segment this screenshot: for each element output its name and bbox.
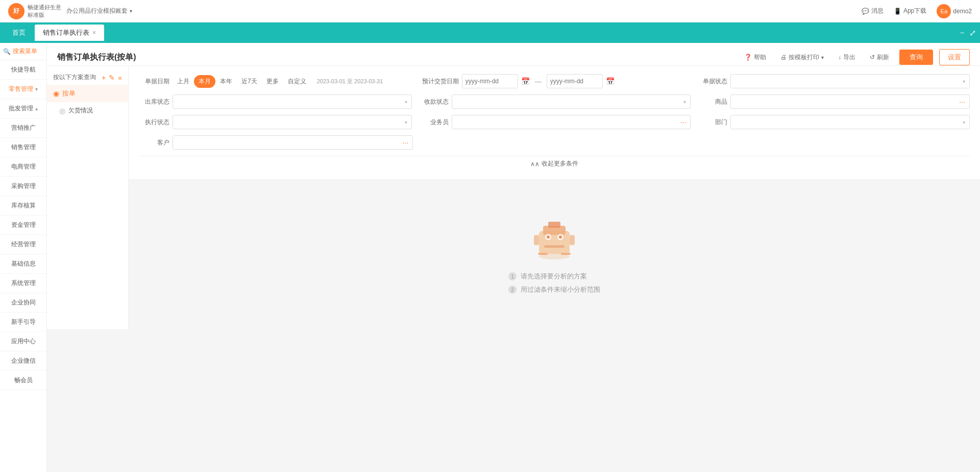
sidebar-item-purchase[interactable]: 采购管理 [0, 177, 46, 196]
collapse-button[interactable]: ∧∧ 收起更多条件 [139, 156, 970, 171]
date-tab-custom[interactable]: 自定义 [283, 75, 311, 88]
filter-row-3: 执行状态 ▾ 业务员 ··· [139, 115, 970, 129]
customer-select[interactable]: ··· [173, 135, 413, 150]
sidebar-search[interactable]: 🔍 搜索菜单 [0, 43, 46, 60]
refresh-icon: ↺ [870, 54, 875, 61]
forecast-date-end[interactable] [547, 74, 603, 88]
export-button[interactable]: ↓ 导出 [834, 51, 860, 64]
date-tab-more[interactable]: 更多 [262, 75, 283, 88]
exec-dropdown-icon: ▾ [405, 120, 407, 125]
dept-select[interactable]: ▾ [730, 115, 970, 129]
exec-status-label: 执行状态 [139, 118, 169, 127]
sidebar-item-marketing[interactable]: 营销推广 [0, 119, 46, 138]
filter-block-exec: 执行状态 ▾ [139, 115, 412, 129]
tab-minimize-icon[interactable]: － [958, 28, 966, 38]
dept-label: 部门 [697, 118, 727, 127]
single-date-label: 单据日期 [139, 77, 169, 86]
ship-status-select[interactable]: ▾ [173, 95, 412, 109]
sidebar-item-system[interactable]: 系统管理 [0, 274, 46, 293]
forecast-date-label: 预计交货日期 [418, 77, 459, 86]
sidebar-item-wechat[interactable]: 企业微信 [0, 351, 46, 371]
date-separator: — [533, 78, 544, 85]
chevron-down-icon: ▾ [35, 86, 38, 92]
customer-more-icon[interactable]: ··· [403, 138, 409, 147]
print-arrow-icon: ▾ [821, 55, 824, 60]
user-avatar-area[interactable]: Ea demo2 [937, 4, 972, 18]
calendar-end-icon: 📅 [606, 77, 615, 85]
sidebar-item-quick-nav[interactable]: 快捷导航 [0, 60, 46, 80]
tip-num-2: 2 [508, 286, 517, 294]
product-more-icon[interactable]: ··· [959, 98, 965, 106]
settings-button[interactable]: 设置 [939, 49, 970, 65]
dept-dropdown-icon: ▾ [963, 120, 965, 125]
date-tab-7days[interactable]: 近7天 [237, 75, 262, 88]
sidebar-item-app-center[interactable]: 应用中心 [0, 332, 46, 351]
product-select[interactable]: ··· [730, 95, 970, 109]
sidebar-item-guide[interactable]: 新手引导 [0, 313, 46, 332]
product-label: 商品 [697, 98, 727, 106]
tab-home[interactable]: 首页 [4, 25, 34, 40]
filter-row-1: 单据日期 上月 本月 本年 近7天 更多 自定义 2023-03-01 至 20… [139, 74, 970, 88]
payment-status-label: 收款状态 [418, 98, 449, 106]
empty-tip-2: 2 用过滤条件来缩小分析范围 [508, 285, 600, 294]
help-button[interactable]: ❓ 帮助 [740, 51, 770, 64]
filter-row-4: 客户 ··· [139, 135, 970, 150]
scheme-header-icons: + ✎ « [102, 74, 122, 82]
sidebar-item-enterprise[interactable]: 企业协同 [0, 293, 46, 313]
sidebar-item-wholesale[interactable]: 批发管理 ▴ [0, 99, 46, 119]
sidebar-item-sales[interactable]: 销售管理 [0, 138, 46, 157]
sidebar-item-operation[interactable]: 经营管理 [0, 235, 46, 254]
status-dropdown-icon: ▾ [963, 79, 965, 84]
single-status-select[interactable]: ▾ [730, 74, 970, 88]
payment-dropdown-icon: ▾ [683, 99, 686, 105]
tab-close-icon[interactable]: × [92, 29, 96, 36]
scheme-item-by-order[interactable]: ◉ 按单 [47, 85, 128, 102]
message-icon: 💬 [862, 8, 869, 15]
forecast-date-start[interactable] [462, 74, 518, 88]
filter-block-product: 商品 ··· [697, 95, 970, 109]
filter-block-customer: 客户 ··· [139, 135, 413, 150]
avatar: Ea [937, 4, 951, 18]
salesperson-select[interactable]: ··· [452, 115, 691, 129]
date-tab-this-month[interactable]: 本月 [194, 75, 215, 88]
scheme-add-icon[interactable]: + [102, 74, 106, 82]
header-left: 好 畅捷通好生意 标准版 办公用品行业模拟账套 ▾ [8, 3, 132, 19]
sidebar-item-retail[interactable]: 零售管理 ▾ [0, 80, 46, 99]
tab-maximize-icon[interactable]: ⤢ [969, 28, 976, 38]
filter-block-date: 单据日期 上月 本月 本年 近7天 更多 自定义 2023-03-01 至 20… [139, 75, 412, 88]
breadcrumb[interactable]: 办公用品行业模拟账套 ▾ [66, 7, 132, 15]
scheme-edit-icon[interactable]: ✎ [109, 74, 115, 82]
collapse-icon: ∧∧ [530, 160, 540, 168]
payment-status-select[interactable]: ▾ [452, 95, 691, 109]
logo-area: 好 畅捷通好生意 标准版 [8, 3, 61, 19]
sidebar-item-ecommerce[interactable]: 电商管理 [0, 157, 46, 177]
refresh-button[interactable]: ↺ 刷新 [866, 51, 893, 64]
filter-block-ship: 出库状态 ▾ [139, 95, 412, 109]
date-tab-last-month[interactable]: 上月 [173, 75, 194, 88]
print-button[interactable]: 🖨 按模板打印 ▾ [776, 51, 828, 64]
query-button[interactable]: 查询 [899, 50, 933, 65]
page-actions: ❓ 帮助 🖨 按模板打印 ▾ ↓ 导出 ↺ 刷新 查询 设置 [740, 49, 970, 65]
date-tabs: 上月 本月 本年 近7天 更多 自定义 [173, 75, 311, 88]
tab-sales-order[interactable]: 销售订单执行表 × [35, 25, 104, 41]
message-button[interactable]: 💬 消息 [862, 7, 884, 15]
tab-bar-right: － ⤢ [958, 28, 976, 38]
exec-status-select[interactable]: ▾ [173, 115, 412, 129]
scheme-item-shortage[interactable]: ◎ 欠货情况 [47, 102, 128, 119]
date-tab-this-year[interactable]: 本年 [215, 75, 237, 88]
empty-illustration [529, 210, 580, 262]
scheme-collapse-icon[interactable]: « [118, 74, 122, 82]
sidebar-item-member[interactable]: 畅会员 [0, 371, 46, 390]
sidebar-item-inventory[interactable]: 库存核算 [0, 196, 46, 216]
svg-point-7 [559, 235, 562, 239]
svg-rect-9 [534, 235, 539, 245]
salesperson-more-icon[interactable]: ··· [680, 118, 687, 126]
app-download-button[interactable]: 📱 App下载 [894, 7, 926, 15]
sidebar-item-finance[interactable]: 资金管理 [0, 216, 46, 235]
customer-label: 客户 [139, 138, 169, 147]
ship-dropdown-icon: ▾ [405, 99, 407, 105]
page-title: 销售订单执行表(按单) [57, 52, 136, 63]
sidebar-item-basic-info[interactable]: 基础信息 [0, 254, 46, 274]
scheme-radio-icon: ◉ [53, 89, 59, 98]
filter-area: 单据日期 上月 本月 本年 近7天 更多 自定义 2023-03-01 至 20… [129, 66, 980, 180]
